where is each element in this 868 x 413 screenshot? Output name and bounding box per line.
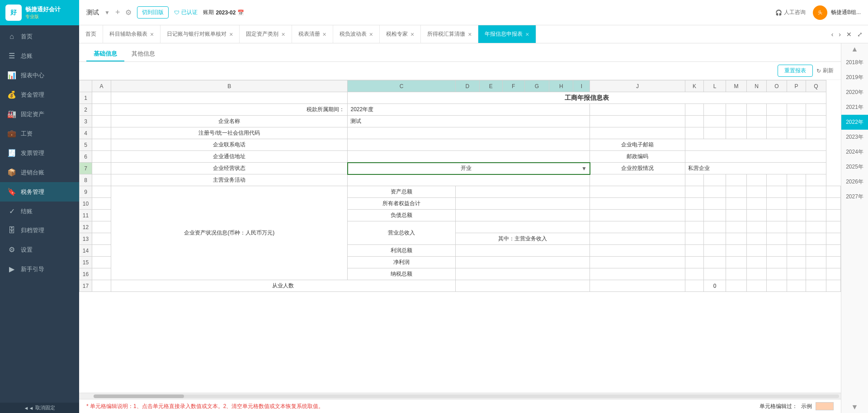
cell-12-D[interactable]	[455, 221, 590, 233]
topbar-settings-icon[interactable]: ⚙	[125, 8, 132, 17]
tab-2[interactable]: 日记账与银行对账单核对×	[160, 25, 240, 43]
topbar-dropdown-arrow[interactable]: ▼	[104, 9, 110, 16]
sidebar-item-ledger[interactable]: ☰总账	[0, 46, 79, 66]
year-item-2022年[interactable]: 2022年	[841, 115, 868, 130]
sidebar-item-inventory[interactable]: 📦进销台账	[0, 163, 79, 182]
cell-16-D[interactable]	[455, 268, 590, 280]
cell-13-I[interactable]	[590, 233, 685, 245]
year-item-2023年[interactable]: 2023年	[841, 130, 868, 145]
tab-6[interactable]: 税检专家×	[380, 25, 421, 43]
refresh-btn[interactable]: ↻ 刷新	[816, 67, 834, 75]
col-header-Q[interactable]: Q	[806, 80, 826, 92]
tab-close-btn[interactable]: ×	[525, 31, 529, 38]
tab-5[interactable]: 税负波动表×	[333, 25, 380, 43]
col-header-M[interactable]: M	[726, 80, 747, 92]
cell-5-C[interactable]	[348, 139, 590, 151]
year-item-2024年[interactable]: 2024年	[841, 145, 868, 160]
col-header-G[interactable]: G	[524, 80, 549, 92]
col-header-K[interactable]: K	[685, 80, 704, 92]
horizontal-scrollbar[interactable]	[79, 393, 841, 399]
cell-6-C[interactable]	[348, 151, 590, 163]
cell-3-C[interactable]: 测试	[348, 116, 590, 127]
topbar-add-btn[interactable]: +	[115, 8, 120, 17]
sidebar-item-home[interactable]: ⌂首页	[0, 27, 79, 46]
tab-close-btn[interactable]: ×	[410, 31, 414, 38]
col-header-H[interactable]: H	[549, 80, 573, 92]
col-header-C[interactable]: C	[348, 80, 455, 92]
cell-8-C[interactable]	[348, 174, 590, 186]
tab-4[interactable]: 税表清册×	[292, 25, 333, 43]
sidebar-item-archive[interactable]: 🗄归档管理	[0, 221, 79, 240]
hscroll-thumb[interactable]	[94, 394, 184, 398]
hscroll-track[interactable]	[94, 394, 839, 398]
sidebar-item-assets[interactable]: 🏭固定资产	[0, 104, 79, 124]
cell-10-D[interactable]	[455, 198, 590, 210]
col-header-J[interactable]: J	[590, 80, 685, 92]
sidebar-item-tax[interactable]: 🔖税务管理	[0, 182, 79, 202]
col-header-A[interactable]: A	[92, 80, 111, 92]
tab-prev-btn[interactable]: ‹	[830, 30, 835, 39]
tab-0[interactable]: 首页	[79, 25, 103, 43]
cell-10-C: 所有者权益合计	[348, 198, 455, 210]
year-item-2026年[interactable]: 2026年	[841, 174, 868, 189]
col-header-F[interactable]: F	[502, 80, 524, 92]
sidebar-item-closing[interactable]: ✓结账	[0, 202, 79, 221]
tab-1[interactable]: 科目辅助余额表×	[103, 25, 160, 43]
sheet-container[interactable]: A B C D E F G H I J K L M	[79, 80, 841, 393]
sidebar-collapse-btn[interactable]: ◄◄ 取消固定	[0, 403, 79, 413]
col-header-L[interactable]: L	[704, 80, 726, 92]
col-header-B[interactable]: B	[111, 80, 348, 92]
year-item-2019年[interactable]: 2019年	[841, 70, 868, 85]
help-btn[interactable]: 🎧 人工咨询	[775, 9, 806, 16]
tab-3[interactable]: 固定资产类别×	[240, 25, 292, 43]
user-menu[interactable]: 头 畅捷通B组...	[813, 5, 861, 20]
col-header-I[interactable]: I	[573, 80, 590, 92]
cell-11-D[interactable]	[455, 210, 590, 221]
tab-7[interactable]: 所得税汇算清缴×	[421, 25, 478, 43]
tab-expand-btn[interactable]: ⤢	[855, 30, 864, 39]
cell-9-D[interactable]	[455, 186, 590, 198]
year-item-2018年[interactable]: 2018年	[841, 55, 868, 70]
col-header-E[interactable]: E	[479, 80, 502, 92]
year-item-2027年[interactable]: 2027年	[841, 189, 868, 204]
cell-2-C[interactable]: 2022年度	[348, 104, 590, 116]
tab-close-btn[interactable]: ×	[323, 31, 326, 38]
year-item-2020年[interactable]: 2020年	[841, 85, 868, 100]
year-item-2021年[interactable]: 2021年	[841, 100, 868, 115]
cell-7-C[interactable]: 开业 ▼	[348, 163, 590, 174]
inner-tab-0[interactable]: 基础信息	[86, 47, 124, 61]
sidebar-item-settings[interactable]: ⚙设置	[0, 240, 79, 259]
col-header-O[interactable]: O	[766, 80, 787, 92]
cell-4-B: 注册号/统一社会信用代码	[111, 127, 348, 139]
cell-17-D[interactable]	[455, 280, 590, 292]
col-header-P[interactable]: P	[787, 80, 806, 92]
cell-5-K[interactable]	[685, 139, 826, 151]
reset-report-btn[interactable]: 重置报表	[778, 65, 813, 77]
year-up-btn[interactable]: ▲	[849, 43, 860, 55]
sidebar-item-payroll[interactable]: 💼工资	[0, 124, 79, 143]
sidebar-item-reports[interactable]: 📊报表中心	[0, 66, 79, 85]
cell-15-D[interactable]	[455, 257, 590, 268]
tab-close-btn[interactable]: ×	[150, 31, 154, 38]
tab-close-btn[interactable]: ×	[369, 31, 373, 38]
sidebar-item-guide[interactable]: ▶新手引导	[0, 259, 79, 279]
col-header-D[interactable]: D	[455, 80, 479, 92]
cell-4-C[interactable]	[348, 127, 590, 139]
tab-next-btn[interactable]: ›	[837, 30, 843, 39]
cell-7-K[interactable]: 私营企业	[685, 163, 826, 174]
tab-8[interactable]: 年报信息申报表×	[478, 25, 536, 43]
tab-close-btn[interactable]: ×	[281, 31, 285, 38]
switch-version-btn[interactable]: 切到旧版	[137, 6, 169, 19]
inner-tab-1[interactable]: 其他信息	[124, 47, 162, 61]
cell-14-D[interactable]	[455, 245, 590, 257]
tab-close-btn[interactable]: ×	[468, 31, 472, 38]
tab-close-all-btn[interactable]: ✕	[844, 30, 854, 39]
calendar-icon[interactable]: 📅	[237, 9, 244, 16]
tab-close-btn[interactable]: ×	[229, 31, 233, 38]
year-down-btn[interactable]: ▼	[849, 401, 860, 413]
col-header-N[interactable]: N	[747, 80, 766, 92]
year-item-2025年[interactable]: 2025年	[841, 160, 868, 174]
sidebar-item-invoice[interactable]: 🧾发票管理	[0, 143, 79, 163]
sidebar-item-funds[interactable]: 💰资金管理	[0, 85, 79, 104]
cell-6-K[interactable]	[685, 151, 826, 163]
